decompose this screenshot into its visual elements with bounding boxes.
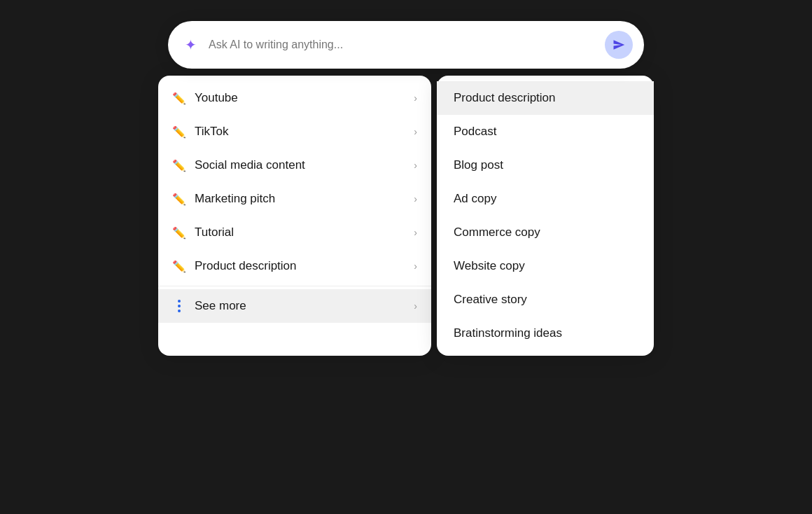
product-desc-label: Product description — [195, 259, 405, 273]
chevron-tiktok: › — [414, 126, 417, 137]
menu-item-youtube[interactable]: ✏️ Youtube › — [158, 81, 431, 115]
ad-copy-label: Ad copy — [454, 192, 496, 206]
brainstorming-label: Bratinstorming ideas — [454, 326, 562, 340]
right-item-brainstorming[interactable]: Bratinstorming ideas — [437, 317, 654, 350]
menu-item-tiktok[interactable]: ✏️ TikTok › — [158, 115, 431, 148]
pencil-icon-marketing: ✏️ — [172, 193, 186, 206]
menu-item-marketing-pitch[interactable]: ✏️ Marketing pitch › — [158, 182, 431, 216]
dropdowns-wrapper: ✏️ Youtube › ✏️ TikTok › ✏️ Social media… — [158, 76, 654, 356]
chevron-youtube: › — [414, 92, 417, 104]
social-media-label: Social media content — [195, 158, 405, 172]
right-item-podcast[interactable]: Podcast — [437, 115, 654, 148]
commerce-copy-label: Commerce copy — [454, 225, 540, 239]
pencil-icon-tiktok: ✏️ — [172, 125, 186, 139]
see-more-label: See more — [195, 299, 405, 313]
send-icon — [612, 39, 625, 51]
right-item-website-copy[interactable]: Website copy — [437, 249, 654, 283]
search-bar: ✦ — [168, 21, 644, 69]
youtube-label: Youtube — [195, 91, 405, 105]
right-item-commerce-copy[interactable]: Commerce copy — [437, 216, 654, 249]
podcast-label: Podcast — [454, 125, 496, 139]
marketing-pitch-label: Marketing pitch — [195, 192, 405, 206]
left-dropdown: ✏️ Youtube › ✏️ TikTok › ✏️ Social media… — [158, 76, 431, 356]
dots-icon — [172, 300, 186, 312]
search-input[interactable] — [209, 39, 598, 51]
right-item-product-desc[interactable]: Product description — [437, 81, 654, 115]
main-container: ✦ ✏️ Youtube › ✏️ TikTok › ✏️ Soci — [161, 21, 651, 356]
chevron-product: › — [414, 261, 417, 272]
pencil-icon-tutorial: ✏️ — [172, 226, 186, 239]
tutorial-label: Tutorial — [195, 225, 405, 239]
product-desc-right-label: Product description — [454, 91, 556, 105]
menu-item-product-desc[interactable]: ✏️ Product description › — [158, 249, 431, 283]
magic-wand-icon: ✦ — [185, 36, 197, 53]
right-item-ad-copy[interactable]: Ad copy — [437, 182, 654, 216]
chevron-social: › — [414, 160, 417, 171]
blog-post-label: Blog post — [454, 158, 503, 172]
magic-icon-wrapper: ✦ — [179, 34, 202, 56]
menu-item-see-more[interactable]: See more › — [158, 289, 431, 323]
menu-item-tutorial[interactable]: ✏️ Tutorial › — [158, 216, 431, 249]
website-copy-label: Website copy — [454, 259, 525, 273]
right-item-blog-post[interactable]: Blog post — [437, 148, 654, 182]
tiktok-label: TikTok — [195, 125, 405, 139]
left-divider — [158, 286, 431, 286]
pencil-icon-social: ✏️ — [172, 159, 186, 172]
pencil-icon-product: ✏️ — [172, 260, 186, 273]
pencil-icon-youtube: ✏️ — [172, 92, 186, 105]
menu-item-social-media[interactable]: ✏️ Social media content › — [158, 148, 431, 182]
right-dropdown: Product description Podcast Blog post Ad… — [437, 76, 654, 356]
chevron-tutorial: › — [414, 227, 417, 238]
chevron-marketing: › — [414, 193, 417, 204]
send-button[interactable] — [605, 31, 633, 59]
chevron-see-more: › — [414, 300, 417, 312]
right-item-creative-story[interactable]: Creative story — [437, 283, 654, 317]
creative-story-label: Creative story — [454, 293, 527, 307]
